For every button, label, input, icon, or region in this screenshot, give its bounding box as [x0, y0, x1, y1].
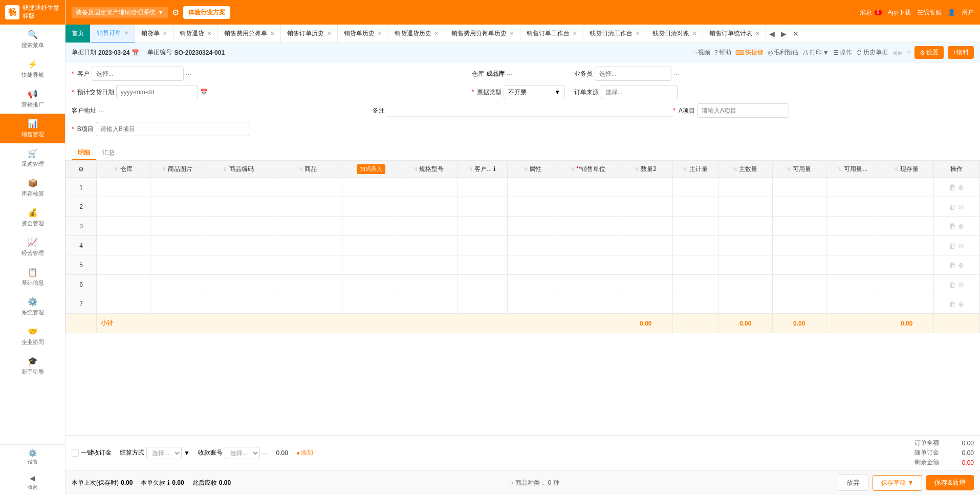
staff-dots-btn[interactable]: ··· — [673, 70, 680, 78]
col-product-code[interactable]: ⇅ 商品编码 — [204, 161, 273, 178]
col-current-stock[interactable]: ⇅ 现存量 — [880, 161, 933, 178]
tab-workbench-close[interactable]: ✕ — [573, 31, 577, 36]
customer-dots-btn[interactable]: ··· — [186, 70, 192, 78]
row-copy-icon[interactable]: ⊕ — [958, 300, 964, 308]
row-delete-icon[interactable]: 🗑 — [949, 203, 956, 211]
warehouse-dots-btn[interactable]: ··· — [507, 70, 513, 78]
table-view-icon[interactable]: ≡ — [907, 49, 910, 56]
tab-more-btn[interactable]: ✕ — [790, 30, 802, 38]
tab-sales-order-close[interactable]: ✕ — [124, 30, 128, 36]
a-project-input[interactable] — [697, 103, 789, 118]
tab-detail[interactable]: 明细 — [72, 146, 96, 160]
sidebar-item-enterprise[interactable]: 🤝 企业协同 — [0, 321, 65, 351]
row-delete-icon[interactable]: 🗑 — [949, 222, 956, 230]
add-material-btn[interactable]: +物料 — [948, 46, 974, 59]
delivery-calendar-icon[interactable]: 📅 — [200, 89, 208, 96]
col-available[interactable]: ⇅ 可用量 — [772, 161, 826, 178]
app-download-btn[interactable]: App下载 — [888, 8, 911, 17]
tab-sales-return-close[interactable]: ✕ — [163, 31, 167, 36]
tab-cash-daily-close[interactable]: ✕ — [636, 31, 640, 36]
row-copy-icon[interactable]: ⊕ — [958, 281, 964, 289]
sidebar-item-system[interactable]: ⚙️ 系统管理 — [0, 292, 65, 321]
tab-refund-history-close[interactable]: ✕ — [434, 31, 439, 36]
sidebar-collapse-btn[interactable]: ◀ 收起 — [0, 470, 65, 495]
col-main-unit[interactable]: ⇅ 主计量 — [672, 161, 718, 178]
tab-cash-reconcile[interactable]: 钱贷日清对账 ✕ — [646, 25, 703, 43]
industry-solution-btn[interactable]: 体验行业方案 — [183, 6, 230, 19]
sidebar-settings-btn[interactable]: ⚙️ 设置 — [0, 445, 65, 470]
help-btn[interactable]: ? 帮助 — [714, 48, 731, 57]
tab-fee-split[interactable]: 销售费用分摊单 ✕ — [218, 25, 281, 43]
row-copy-icon[interactable]: ⊕ — [958, 261, 964, 269]
one-click-checkbox[interactable] — [72, 449, 79, 457]
tab-sales-stats[interactable]: 销售订单统计表 ✕ — [703, 25, 766, 43]
history-btn[interactable]: ⏱ 历史单据 — [856, 48, 888, 57]
col-available2[interactable]: ⇅ 可用量... — [826, 161, 880, 178]
profit-btn[interactable]: ◎ 毛利预估 — [768, 48, 798, 57]
discard-btn[interactable]: 放弃 — [838, 475, 868, 491]
col-main-quantity[interactable]: ⇅ 主数量 — [718, 161, 772, 178]
row-copy-icon[interactable]: ⊕ — [958, 242, 964, 250]
row-delete-icon[interactable]: 🗑 — [949, 281, 956, 289]
save-draft-btn[interactable]: 保存草稿 ▼ — [873, 475, 923, 491]
settings-panel-btn[interactable]: ⚙ 设置 — [914, 46, 944, 59]
calendar-icon[interactable]: 📅 — [132, 49, 139, 56]
tab-cash-reconcile-close[interactable]: ✕ — [692, 31, 696, 36]
tab-refund-history[interactable]: 销货退货历史 ✕ — [388, 25, 445, 43]
customer-input[interactable] — [92, 67, 184, 81]
col-warehouse[interactable]: ⇅ 仓库 — [97, 161, 150, 178]
tab-workbench[interactable]: 销售订单工作台 ✕ — [520, 25, 583, 43]
invoice-select[interactable]: 不开票 ▼ — [504, 85, 565, 99]
sidebar-item-operations[interactable]: 📈 经营管理 — [0, 232, 65, 262]
order-source-input[interactable] — [601, 85, 678, 99]
operation-btn[interactable]: ☰ 操作 — [833, 48, 852, 57]
tab-fee-split-close[interactable]: ✕ — [270, 31, 274, 36]
add-payment-btn[interactable]: ● 添加 — [296, 448, 313, 457]
online-service-btn[interactable]: 在线客服 — [917, 8, 942, 17]
row-delete-icon[interactable]: 🗑 — [949, 261, 956, 269]
view-video-btn[interactable]: ○ 视频 — [693, 48, 710, 57]
tab-summary[interactable]: 汇总 — [96, 146, 121, 160]
col-customer-code[interactable]: ⇅ 客户... ℹ — [458, 161, 508, 178]
tab-fee-history-close[interactable]: ✕ — [510, 31, 514, 36]
sidebar-item-base-info[interactable]: 📋 基础信息 — [0, 262, 65, 292]
topbar-settings-icon[interactable]: ⚙ — [172, 8, 179, 17]
staff-input[interactable] — [595, 67, 671, 81]
sidebar-item-finance[interactable]: 💰 资金管理 — [0, 203, 65, 232]
col-sales-unit[interactable]: ⇅ **销售单位 — [557, 161, 619, 178]
col-scan[interactable]: 扫码录入 — [342, 161, 400, 178]
b-project-input[interactable] — [96, 122, 249, 136]
account-dots-btn[interactable]: ··· — [262, 449, 268, 457]
tab-return-history-close[interactable]: ✕ — [378, 31, 382, 36]
sidebar-item-marketing[interactable]: 📢 营销推广 — [0, 84, 65, 114]
row-copy-icon[interactable]: ⊕ — [958, 183, 964, 191]
row-copy-icon[interactable]: ⊕ — [958, 203, 964, 211]
delivery-input[interactable] — [116, 85, 198, 99]
sidebar-item-quick-nav[interactable]: ⚡ 快捷导航 — [0, 54, 65, 84]
settlement-select[interactable]: 选择... — [146, 447, 182, 459]
account-select[interactable]: 选择... — [225, 447, 260, 459]
sidebar-item-guide[interactable]: 🎓 新手引导 — [0, 351, 65, 381]
save-new-btn[interactable]: 保存&新增 — [926, 475, 974, 490]
system-module[interactable]: 装备及固定资产辅助管理系统 ▼ — [72, 7, 168, 18]
col-product[interactable]: ⇅ 商品 — [273, 161, 342, 178]
tab-home[interactable]: 首页 — [66, 25, 91, 43]
tab-return-history[interactable]: 销货单历史 ✕ — [338, 25, 388, 43]
row-delete-icon[interactable]: 🗑 — [949, 300, 956, 308]
user-name-btn[interactable]: 用户 — [962, 8, 974, 17]
tab-order-history-close[interactable]: ✕ — [327, 31, 331, 36]
col-quantity2[interactable]: ⇅ 数量2 — [619, 161, 672, 178]
col-product-image[interactable]: ⇅ 商品图片 — [150, 161, 204, 178]
print-btn[interactable]: 🖨 打印 ▼ — [802, 48, 829, 57]
col-attribute[interactable]: ⇅ 属性 — [507, 161, 557, 178]
sidebar-item-search[interactable]: 🔍 搜索菜单 — [0, 25, 65, 54]
tab-sales-stats-close[interactable]: ✕ — [755, 31, 759, 36]
row-delete-icon[interactable]: 🗑 — [949, 242, 956, 250]
address-dots-btn[interactable]: ··· — [98, 106, 104, 115]
col-spec[interactable]: ⇅ 规格型号 — [400, 161, 458, 178]
tab-next-btn[interactable]: ▶ — [778, 30, 790, 38]
tab-cash-daily[interactable]: 钱贷日清工作台 ✕ — [583, 25, 646, 43]
col-gear[interactable]: ⚙ — [66, 161, 97, 178]
row-copy-icon[interactable]: ⊕ — [958, 222, 964, 230]
tab-sales-refund[interactable]: 销货退货 ✕ — [173, 25, 218, 43]
